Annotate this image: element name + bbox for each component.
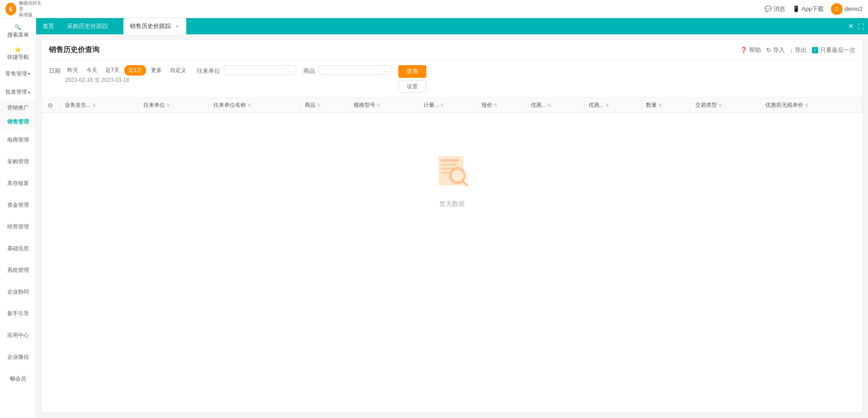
svg-point-6 xyxy=(453,171,462,180)
sidebar-item-wholesale-mgmt[interactable]: 批发管理 ▴ xyxy=(0,83,36,101)
sidebar-item-ecommerce[interactable]: 电商管理 xyxy=(0,129,36,151)
sidebar-item-search-menu[interactable]: 🔍 搜索菜单 xyxy=(0,20,36,43)
sidebar-item-finance[interactable]: 资金管理 xyxy=(0,194,36,216)
sidebar-menu: 🔍 搜索菜单 ⭐ 快捷导航 零售管理 ▾ 批发管理 ▴ 营销推广 销售管理 xyxy=(0,18,36,418)
date-1month[interactable]: 近1月 xyxy=(124,65,146,76)
logo-area: 6 畅捷信好生意 标准版 xyxy=(5,0,42,18)
settings-button[interactable]: 设置 xyxy=(398,81,426,93)
table-container: ⚙ 业务发生... ⇅ 往来单位 ⇅ xyxy=(42,98,863,113)
page-header: 销售历史价查询 ❓ 帮助 ↻ 导入 ↓ 导出 ✓ 只看最后一次 xyxy=(42,40,863,61)
sidebar-item-system[interactable]: 系统管理 xyxy=(0,259,36,281)
tabsbar: 首页 采购历史价跟踪 × 销售历史价跟踪 × ✕ ⛶ xyxy=(36,18,868,34)
date-7days[interactable]: 近7天 xyxy=(102,65,123,76)
sidebar-item-operations[interactable]: 经营管理 xyxy=(0,216,36,238)
svg-rect-1 xyxy=(441,159,459,162)
table-head: ⚙ 业务发生... ⇅ 往来单位 ⇅ xyxy=(42,98,863,113)
sidebar-item-inventory[interactable]: 库存核算 xyxy=(0,172,36,194)
col-partner-name[interactable]: 往来单位名称 ⇅ xyxy=(209,98,300,113)
sidebar-section-retail: 零售管理 ▾ xyxy=(0,65,36,83)
main-content: 销售历史价查询 ❓ 帮助 ↻ 导入 ↓ 导出 ✓ 只看最后一次 xyxy=(36,34,868,418)
partner-input[interactable]: ... xyxy=(224,65,296,75)
tabsbar-right: ✕ ⛶ xyxy=(848,22,864,30)
query-button[interactable]: 查询 xyxy=(398,65,426,78)
product-filter-group: 商品 ... xyxy=(303,65,391,75)
sidebar: 🔍 搜索菜单 ⭐ 快捷导航 零售管理 ▾ 批发管理 ▴ 营销推广 销售管理 xyxy=(0,0,36,418)
help-icon: ❓ xyxy=(740,47,747,53)
sidebar-item-sales-mgmt[interactable]: 销售管理 xyxy=(0,115,36,129)
empty-state: 暂无数据 xyxy=(42,113,863,235)
date-custom[interactable]: 自定义 xyxy=(167,65,189,76)
import-button[interactable]: ↻ 导入 xyxy=(766,46,785,54)
user-avatar: D xyxy=(831,3,843,15)
export-icon: ↓ xyxy=(790,47,793,53)
sidebar-item-basic-info[interactable]: 基础信息 xyxy=(0,238,36,259)
date-filter-group: 日期 昨天 今天 近7天 近1月 更多 自定义 2023-02-18 至 202… xyxy=(49,65,189,84)
sort-icon-quote: ⇅ xyxy=(494,103,497,108)
col-quote[interactable]: 报价 ⇅ xyxy=(477,98,526,113)
sort-icon-partner-name: ⇅ xyxy=(247,103,251,108)
page-title: 销售历史价查询 xyxy=(49,45,99,55)
col-settings[interactable]: ⚙ xyxy=(42,98,60,113)
message-button[interactable]: 💬 消息 xyxy=(764,5,785,13)
col-discount1[interactable]: 优惠... ⇅ xyxy=(526,98,584,113)
wholesale-expand-icon: ▴ xyxy=(28,90,30,94)
empty-illustration xyxy=(429,149,475,195)
filter-actions: 查询 设置 xyxy=(398,65,426,93)
export-button[interactable]: ↓ 导出 xyxy=(790,46,807,54)
sort-icon-partner-code: ⇅ xyxy=(166,103,170,108)
date-yesterday[interactable]: 昨天 xyxy=(64,65,81,76)
col-pre-tax-price[interactable]: 优惠前无税单价 ⇅ xyxy=(761,98,863,113)
user-menu[interactable]: D demo2 xyxy=(831,3,863,15)
data-table: ⚙ 业务发生... ⇅ 往来单位 ⇅ xyxy=(42,98,863,113)
product-input-dots: ... xyxy=(382,67,387,73)
checkbox-icon: ✓ xyxy=(812,47,818,53)
col-discount2[interactable]: 优惠... ⇅ xyxy=(584,98,642,113)
col-trade-type[interactable]: 交易类型 ⇅ xyxy=(691,98,761,113)
fullscreen-button[interactable]: ⛶ xyxy=(858,23,864,30)
sidebar-item-guide[interactable]: 新手引导 xyxy=(0,303,36,324)
topbar-left: 6 畅捷信好生意 标准版 xyxy=(5,0,42,18)
col-spec[interactable]: 规格型号 ⇅ xyxy=(349,98,419,113)
product-input[interactable]: ... xyxy=(319,65,391,75)
sidebar-item-purchase[interactable]: 采购管理 xyxy=(0,151,36,172)
page-container: 销售历史价查询 ❓ 帮助 ↻ 导入 ↓ 导出 ✓ 只看最后一次 xyxy=(42,40,863,413)
tab-sales-history[interactable]: 销售历史价跟踪 × xyxy=(123,18,186,34)
tab-home[interactable]: 首页 xyxy=(36,18,61,34)
app-download-button[interactable]: 📱 App下载 xyxy=(793,5,824,13)
message-icon: 💬 xyxy=(764,5,772,12)
retail-expand-icon: ▾ xyxy=(28,71,30,76)
sort-icon-product: ⇅ xyxy=(317,103,321,108)
phone-icon: 📱 xyxy=(793,5,800,12)
import-icon: ↻ xyxy=(766,47,771,53)
sort-icon-quantity: ⇅ xyxy=(658,103,662,108)
tab-sales-history-close[interactable]: × xyxy=(174,23,180,29)
help-button[interactable]: ❓ 帮助 xyxy=(740,46,761,54)
tab-purchase-history[interactable]: 采购历史价跟踪 × xyxy=(61,18,123,34)
col-partner-code[interactable]: 往来单位 ⇅ xyxy=(138,98,208,113)
sidebar-section-wholesale: 批发管理 ▴ 营销推广 销售管理 xyxy=(0,83,36,129)
date-more[interactable]: 更多 xyxy=(148,65,165,76)
filter-dates: 昨天 今天 近7天 近1月 更多 自定义 2023-02-18 至 2023-0… xyxy=(64,65,189,84)
col-product[interactable]: 商品 ⇅ xyxy=(300,98,349,113)
sort-icon-unit: ⇅ xyxy=(440,103,444,108)
sidebar-item-retail-mgmt[interactable]: 零售管理 ▾ xyxy=(0,65,36,83)
close-window-button[interactable]: ✕ xyxy=(848,22,854,30)
sidebar-item-enterprise[interactable]: 企业协同 xyxy=(0,281,36,303)
page-actions: ❓ 帮助 ↻ 导入 ↓ 导出 ✓ 只看最后一次 xyxy=(740,46,856,54)
table-header-row: ⚙ 业务发生... ⇅ 往来单位 ⇅ xyxy=(42,98,863,113)
logo-icon: 6 xyxy=(5,3,16,15)
col-biz-date[interactable]: 业务发生... ⇅ xyxy=(60,98,138,113)
sidebar-item-marketing[interactable]: 营销推广 xyxy=(0,101,36,115)
sidebar-item-apps[interactable]: 应用中心 xyxy=(0,324,36,346)
col-quantity[interactable]: 数量 ⇅ xyxy=(642,98,691,113)
nav-icon: ⭐ xyxy=(14,46,21,54)
date-today[interactable]: 今天 xyxy=(83,65,100,76)
topbar: 6 畅捷信好生意 标准版 💬 消息 📱 App下载 D demo2 xyxy=(0,0,868,18)
tab-purchase-history-close[interactable]: × xyxy=(111,23,117,29)
only-last-checkbox[interactable]: ✓ 只看最后一次 xyxy=(812,46,855,54)
sidebar-item-quick-nav[interactable]: ⭐ 快捷导航 xyxy=(0,43,36,65)
sidebar-item-wechat[interactable]: 企业微信 xyxy=(0,346,36,368)
col-unit[interactable]: 计量... ⇅ xyxy=(419,98,477,113)
sidebar-item-member[interactable]: 畅会员 xyxy=(0,368,36,390)
sort-icon-discount1: ⇅ xyxy=(547,103,551,108)
